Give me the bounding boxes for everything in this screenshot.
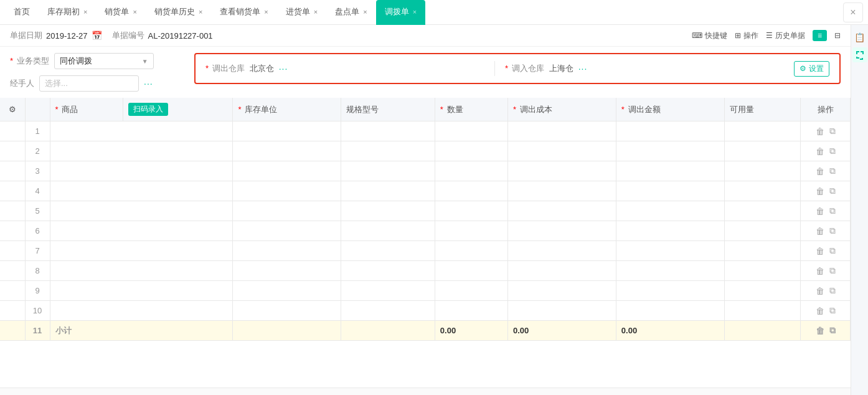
row-product-cell[interactable] bbox=[50, 201, 233, 221]
row-product-cell[interactable] bbox=[50, 301, 233, 321]
transfer-out-more-button[interactable]: ··· bbox=[279, 64, 288, 74]
layout-btn-1[interactable]: ≡ bbox=[813, 30, 827, 41]
row-cost-cell[interactable] bbox=[507, 221, 616, 241]
row-cost-cell[interactable] bbox=[507, 281, 616, 301]
tab-home[interactable]: 首页 bbox=[5, 0, 39, 25]
tab-close-sales-order[interactable]: × bbox=[133, 8, 136, 16]
layout-btn-2[interactable]: ⊟ bbox=[834, 31, 841, 40]
row-amount-cell[interactable] bbox=[616, 221, 724, 241]
row-avail-cell[interactable] bbox=[724, 181, 800, 201]
row-unit-cell[interactable] bbox=[233, 281, 341, 301]
row-cost-cell[interactable] bbox=[507, 241, 616, 261]
delete-icon[interactable]: 🗑 bbox=[816, 286, 824, 296]
row-unit-cell[interactable] bbox=[233, 141, 341, 161]
copy-icon[interactable]: ⧉ bbox=[829, 285, 836, 296]
tab-close-transfer-order[interactable]: × bbox=[413, 8, 417, 16]
row-unit-cell[interactable] bbox=[233, 221, 341, 241]
shortcuts-button[interactable]: ⌨ 快捷键 bbox=[692, 31, 727, 41]
row-unit-cell[interactable] bbox=[233, 181, 341, 201]
tab-purchase-order[interactable]: 进货单 × bbox=[277, 0, 326, 25]
row-avail-cell[interactable] bbox=[724, 221, 800, 241]
row-qty-cell[interactable] bbox=[435, 301, 507, 321]
row-spec-cell[interactable] bbox=[341, 261, 435, 281]
copy-icon[interactable]: ⧉ bbox=[829, 305, 836, 316]
tab-view-sales[interactable]: 查看销货单 × bbox=[211, 0, 276, 25]
row-qty-cell[interactable] bbox=[435, 161, 507, 181]
row-cost-cell[interactable] bbox=[507, 141, 616, 161]
row-amount-cell[interactable] bbox=[616, 301, 724, 321]
row-cost-cell[interactable] bbox=[507, 121, 616, 141]
row-product-cell[interactable] bbox=[50, 121, 233, 141]
handler-more-button[interactable]: ··· bbox=[144, 79, 153, 88]
tab-close-purchase-order[interactable]: × bbox=[314, 8, 318, 16]
copy-icon[interactable]: ⧉ bbox=[829, 126, 836, 136]
window-close-button[interactable]: × bbox=[843, 2, 863, 22]
row-qty-cell[interactable] bbox=[435, 281, 507, 301]
copy-icon[interactable]: ⧉ bbox=[829, 206, 836, 216]
tab-close-view-sales[interactable]: × bbox=[264, 8, 268, 16]
row-spec-cell[interactable] bbox=[341, 301, 435, 321]
handler-select[interactable]: 选择... bbox=[39, 75, 139, 92]
transfer-in-more-button[interactable]: ··· bbox=[578, 64, 588, 74]
row-qty-cell[interactable] bbox=[435, 201, 507, 221]
copy-icon[interactable]: ⧉ bbox=[829, 265, 836, 276]
delete-icon[interactable]: 🗑 bbox=[816, 206, 824, 216]
row-amount-cell[interactable] bbox=[616, 141, 724, 161]
row-product-cell[interactable] bbox=[50, 241, 233, 261]
copy-icon[interactable]: ⧉ bbox=[829, 166, 836, 176]
copy-icon[interactable]: ⧉ bbox=[829, 245, 836, 256]
row-avail-cell[interactable] bbox=[724, 201, 800, 221]
operations-button[interactable]: ⊞ 操作 bbox=[735, 31, 758, 41]
copy-icon[interactable]: ⧉ bbox=[829, 146, 836, 156]
row-cost-cell[interactable] bbox=[507, 201, 616, 221]
row-spec-cell[interactable] bbox=[341, 121, 435, 141]
calendar-icon[interactable]: 📅 bbox=[92, 31, 102, 40]
delete-icon[interactable]: 🗑 bbox=[816, 146, 824, 156]
tab-inventory-check[interactable]: 盘点单 × bbox=[326, 0, 375, 25]
delete-icon[interactable]: 🗑 bbox=[816, 326, 824, 336]
row-avail-cell[interactable] bbox=[724, 141, 800, 161]
row-spec-cell[interactable] bbox=[341, 141, 435, 161]
business-type-select[interactable]: 同价调拨 ▼ bbox=[54, 53, 154, 69]
row-amount-cell[interactable] bbox=[616, 121, 724, 141]
row-unit-cell[interactable] bbox=[233, 261, 341, 281]
row-product-cell[interactable] bbox=[50, 221, 233, 241]
delete-icon[interactable]: 🗑 bbox=[816, 266, 824, 276]
row-avail-cell[interactable] bbox=[724, 241, 800, 261]
row-avail-cell[interactable] bbox=[724, 301, 800, 321]
horizontal-scrollbar[interactable] bbox=[0, 388, 851, 395]
tab-close-inventory-init[interactable]: × bbox=[83, 8, 87, 16]
settings-button[interactable]: ⚙ 设置 bbox=[794, 61, 829, 77]
row-spec-cell[interactable] bbox=[341, 201, 435, 221]
row-qty-cell[interactable] bbox=[435, 121, 507, 141]
delete-icon[interactable]: 🗑 bbox=[816, 226, 824, 236]
row-product-cell[interactable] bbox=[50, 261, 233, 281]
row-avail-cell[interactable] bbox=[724, 161, 800, 181]
row-spec-cell[interactable] bbox=[341, 221, 435, 241]
copy-icon[interactable]: ⧉ bbox=[829, 226, 836, 236]
tab-transfer-order[interactable]: 调拨单 × bbox=[376, 0, 425, 25]
history-button[interactable]: ☰ 历史单据 bbox=[766, 31, 805, 41]
sidebar-expand-icon[interactable] bbox=[852, 47, 867, 62]
row-amount-cell[interactable] bbox=[616, 161, 724, 181]
row-cost-cell[interactable] bbox=[507, 161, 616, 181]
row-avail-cell[interactable] bbox=[724, 281, 800, 301]
row-qty-cell[interactable] bbox=[435, 221, 507, 241]
tab-close-sales-history[interactable]: × bbox=[199, 8, 202, 16]
delete-icon[interactable]: 🗑 bbox=[816, 246, 824, 256]
row-product-cell[interactable] bbox=[50, 281, 233, 301]
row-avail-cell[interactable] bbox=[724, 261, 800, 281]
copy-icon[interactable]: ⧉ bbox=[829, 186, 836, 196]
row-amount-cell[interactable] bbox=[616, 201, 724, 221]
row-cost-cell[interactable] bbox=[507, 261, 616, 281]
row-cost-cell[interactable] bbox=[507, 301, 616, 321]
row-amount-cell[interactable] bbox=[616, 181, 724, 201]
delete-icon[interactable]: 🗑 bbox=[816, 306, 824, 316]
row-qty-cell[interactable] bbox=[435, 141, 507, 161]
sidebar-notes-icon[interactable]: 📋 bbox=[852, 30, 867, 45]
row-product-cell[interactable] bbox=[50, 141, 233, 161]
row-spec-cell[interactable] bbox=[341, 161, 435, 181]
row-unit-cell[interactable] bbox=[233, 201, 341, 221]
row-cost-cell[interactable] bbox=[507, 181, 616, 201]
scan-button[interactable]: 扫码录入 bbox=[128, 103, 168, 116]
